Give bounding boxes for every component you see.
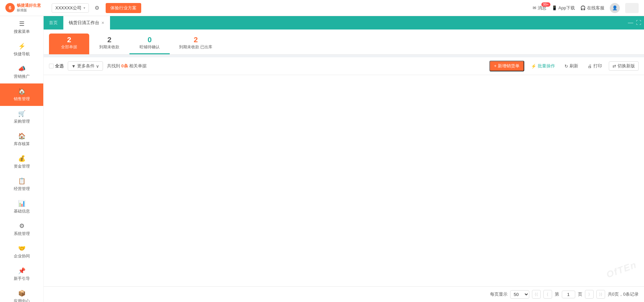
page-size-label: 每页显示: [490, 291, 507, 297]
switch-version-button[interactable]: ⇄ 切换新版: [609, 61, 639, 71]
page-suffix: 页: [578, 291, 582, 297]
sidebar-label-operations: 经营管理: [14, 186, 30, 192]
toolbar-right: + 新增销货单 ⚡ 批量操作 ↻ 刷新 🖨 打印 ⇄: [489, 61, 639, 71]
online-service-icon: 🎧: [580, 5, 586, 10]
switch-icon: ⇄: [612, 64, 616, 69]
sidebar-item-app-center[interactable]: 📦 应用中心: [0, 286, 43, 302]
summary-tab-overdue-shipped[interactable]: 2 到期未收款 已出库: [170, 34, 222, 54]
filter-label: 更多条件: [77, 63, 95, 69]
batch-icon: ⚡: [531, 64, 536, 69]
app-download-button[interactable]: 📱 App下载: [552, 5, 575, 11]
sidebar-label-search-menu: 搜索菜单: [14, 29, 30, 35]
sidebar-label-enterprise: 企业协同: [14, 253, 30, 259]
summary-count-overdue: 2: [107, 36, 111, 44]
prev-page-button[interactable]: ⟨: [543, 290, 552, 299]
tab-maximize-button[interactable]: ⛶: [636, 20, 641, 26]
system-icon: ⚙: [19, 222, 24, 230]
tab-home-label: 首页: [49, 20, 58, 26]
sidebar-item-finance[interactable]: 💰 资金管理: [0, 151, 43, 173]
print-button[interactable]: 🖨 打印: [585, 62, 605, 70]
sidebar-label-system: 系统管理: [14, 231, 30, 237]
sidebar-label-app-center: 应用中心: [14, 298, 30, 302]
sidebar-label-quick-nav: 快捷导航: [14, 51, 30, 57]
sidebar-item-marketing[interactable]: 📣 营销推广: [0, 61, 43, 83]
tab-cashflow-label: 钱货日清工作台: [69, 20, 99, 26]
sidebar-item-system[interactable]: ⚙ 系统管理: [0, 218, 43, 241]
summary-count-pending: 0: [148, 36, 152, 44]
next-page-button[interactable]: ⟩: [585, 290, 594, 299]
select-all-label: 全选: [55, 63, 64, 69]
purchase-icon: 🛒: [18, 110, 25, 117]
settings-button[interactable]: ⚙: [92, 3, 102, 13]
tab-home[interactable]: 首页: [44, 16, 63, 29]
summary-tabs: 2 全部单据 2 到期未收款 0 旺铺待确认 2 到期未收款 已出库: [44, 29, 644, 55]
company-selector[interactable]: XXXXXX公司 ▾: [52, 3, 89, 13]
finance-icon: 💰: [18, 155, 25, 162]
summary-label-overdue-shipped: 到期未收款 已出库: [179, 44, 212, 50]
page-input[interactable]: [562, 291, 575, 298]
summary-tab-all[interactable]: 2 全部单据: [49, 34, 89, 54]
summary-label-all: 全部单据: [61, 44, 77, 50]
logo-area: 6 畅捷通好生意 标准版: [5, 3, 49, 12]
logo-sub: 标准版: [17, 8, 41, 13]
summary-label-overdue: 到期未收款: [99, 44, 119, 50]
tab-minimize-button[interactable]: —: [628, 20, 633, 26]
inventory-icon: 🏠: [18, 132, 25, 140]
avatar-icon: 👤: [612, 5, 618, 10]
online-service-button[interactable]: 🎧 在线客服: [580, 5, 604, 11]
batch-label: 批量操作: [538, 63, 555, 69]
filter-icon: ▼: [71, 64, 76, 69]
summary-label-pending: 旺铺待确认: [140, 44, 160, 50]
logo-icon: 6: [5, 3, 15, 12]
experience-button[interactable]: 体验行业方案: [106, 3, 141, 13]
logo-text: 畅捷通好生意: [17, 3, 41, 8]
tab-close-cashflow[interactable]: ✕: [101, 21, 104, 25]
sidebar-item-search-menu[interactable]: ☰ 搜索菜单: [0, 16, 43, 39]
app-download-label: App下载: [558, 5, 575, 11]
first-page-button[interactable]: ⟨⟨: [532, 290, 541, 299]
checkbox-icon: [49, 64, 54, 68]
sidebar-item-guide[interactable]: 📌 新手引导: [0, 263, 43, 286]
sidebar-item-sales[interactable]: 🏠 销售管理: [0, 83, 43, 106]
page-size-select[interactable]: 50 10 20 100: [510, 290, 529, 299]
select-all-checkbox[interactable]: 全选: [49, 63, 64, 69]
batch-operation-button[interactable]: ⚡ 批量操作: [528, 62, 558, 70]
new-sale-order-button[interactable]: + 新增销货单: [489, 61, 524, 71]
last-page-button[interactable]: ⟩⟩: [596, 290, 605, 299]
empty-table-area: [44, 75, 644, 286]
print-icon: 🖨: [588, 64, 592, 69]
sidebar-item-quick-nav[interactable]: ⚡ 快捷导航: [0, 39, 43, 61]
sidebar: ☰ 搜索菜单 ⚡ 快捷导航 📣 营销推广 🏠 销售管理 🛒 采购管理 🏠 库存核…: [0, 16, 44, 302]
summary-tab-overdue[interactable]: 2 到期未收款: [89, 34, 129, 54]
summary-tab-pending[interactable]: 0 旺铺待确认: [129, 34, 170, 54]
sidebar-item-purchase[interactable]: 🛒 采购管理: [0, 106, 43, 128]
sidebar-item-basic-info[interactable]: 📊 基础信息: [0, 196, 43, 218]
avatar[interactable]: 👤: [610, 3, 620, 13]
tab-cashflow[interactable]: 钱货日清工作台 ✕: [63, 16, 110, 29]
message-button[interactable]: ✉ 消息 99+: [533, 5, 546, 11]
user-name-area[interactable]: [625, 3, 639, 13]
sidebar-label-basic-info: 基础信息: [14, 208, 30, 214]
refresh-button[interactable]: ↻ 刷新: [562, 62, 581, 70]
tab-bar: 首页 钱货日清工作台 ✕ — ⛶: [44, 16, 644, 29]
company-dropdown-arrow: ▾: [84, 6, 85, 10]
pagination: 每页显示 50 10 20 100 ⟨⟨ ⟨ 第 页 ⟩ ⟩⟩ 共0页，0条记录: [44, 286, 644, 302]
sidebar-label-guide: 新手引导: [14, 276, 30, 282]
filter-button[interactable]: ▼ 更多条件 ∨: [68, 61, 103, 71]
sidebar-item-enterprise[interactable]: 🤝 企业协同: [0, 241, 43, 263]
quick-nav-icon: ⚡: [18, 43, 25, 50]
switch-label: 切换新版: [618, 63, 635, 69]
filter-arrow: ∨: [96, 64, 99, 69]
refresh-label: 刷新: [570, 63, 578, 69]
top-header: 6 畅捷通好生意 标准版 XXXXXX公司 ▾ ⚙ 体验行业方案 ✉ 消息 99…: [0, 0, 644, 16]
refresh-icon: ↻: [565, 64, 568, 69]
enterprise-icon: 🤝: [18, 245, 25, 252]
basic-info-icon: 📊: [18, 200, 25, 207]
online-service-label: 在线客服: [587, 5, 604, 11]
marketing-icon: 📣: [18, 65, 25, 72]
tab-right-buttons: — ⛶: [628, 20, 644, 26]
sidebar-label-marketing: 营销推广: [14, 74, 30, 79]
sidebar-item-inventory[interactable]: 🏠 库存核算: [0, 128, 43, 151]
sidebar-item-operations[interactable]: 📋 经营管理: [0, 173, 43, 196]
message-badge: 99+: [541, 2, 550, 7]
